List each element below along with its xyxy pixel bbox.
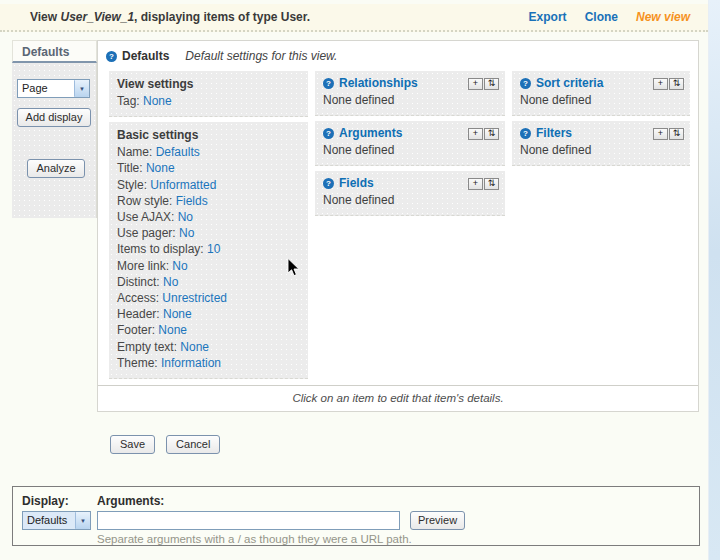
help-icon[interactable]: ? bbox=[520, 128, 531, 139]
bucket-head: ? Arguments + ⇅ bbox=[323, 126, 499, 141]
setting-label: Access: bbox=[117, 291, 162, 305]
relationships-title-link[interactable]: Relationships bbox=[339, 76, 418, 91]
rearrange-icon[interactable]: ⇅ bbox=[484, 128, 499, 140]
setting-row: Footer: None bbox=[117, 322, 302, 338]
help-icon[interactable]: ? bbox=[323, 78, 334, 89]
setting-row: Row style: Fields bbox=[117, 193, 302, 209]
arguments-label: Arguments: bbox=[97, 493, 689, 509]
setting-value-link[interactable]: Defaults bbox=[156, 145, 200, 159]
arguments-input[interactable] bbox=[97, 511, 400, 530]
setting-value-link[interactable]: None bbox=[158, 323, 187, 337]
view-settings-box[interactable]: View settings Tag: None bbox=[109, 71, 308, 117]
setting-value-link[interactable]: Information bbox=[161, 356, 221, 370]
setting-value-link[interactable]: None bbox=[163, 307, 192, 321]
setting-label: Items to display: bbox=[117, 242, 207, 256]
setting-label: Footer: bbox=[117, 323, 158, 337]
top-bar: View User_View_1, displaying items of ty… bbox=[0, 4, 708, 32]
page-title-prefix: View bbox=[30, 10, 60, 24]
rearrange-icon[interactable]: ⇅ bbox=[484, 178, 499, 190]
setting-row: Distinct: No bbox=[117, 274, 302, 290]
views-edit-container: Defaults Page ▼ Add display Analyze ? De… bbox=[12, 40, 698, 412]
empty-text: None defined bbox=[520, 92, 684, 108]
chevron-down-icon: ▼ bbox=[74, 80, 89, 97]
clone-link[interactable]: Clone bbox=[585, 10, 618, 24]
add-icon[interactable]: + bbox=[468, 178, 483, 190]
setting-row: Empty text: None bbox=[117, 339, 302, 355]
rearrange-icon[interactable]: ⇅ bbox=[669, 78, 684, 90]
rearrange-icon[interactable]: ⇅ bbox=[484, 78, 499, 90]
column-3: ? Sort criteria + ⇅ None defined ? Filte… bbox=[512, 71, 690, 384]
setting-row: Use AJAX: No bbox=[117, 209, 302, 225]
setting-value-link[interactable]: No bbox=[179, 226, 194, 240]
bucket-ops: + ⇅ bbox=[653, 78, 684, 90]
display-type-select-value: Page bbox=[18, 80, 74, 97]
basic-settings-title: Basic settings bbox=[117, 127, 302, 144]
cancel-button[interactable]: Cancel bbox=[166, 435, 220, 454]
setting-label: Name: bbox=[117, 145, 156, 159]
tab-defaults[interactable]: Defaults bbox=[12, 40, 97, 63]
setting-label: Use AJAX: bbox=[117, 210, 178, 224]
help-icon[interactable]: ? bbox=[106, 51, 117, 62]
help-icon[interactable]: ? bbox=[323, 128, 334, 139]
add-icon[interactable]: + bbox=[653, 128, 668, 140]
page-title: View User_View_1, displaying items of ty… bbox=[30, 10, 310, 24]
rearrange-icon[interactable]: ⇅ bbox=[669, 128, 684, 140]
bucket-head: ? Sort criteria + ⇅ bbox=[520, 76, 684, 91]
basic-settings-box[interactable]: Basic settings Name: Defaults Title: Non… bbox=[109, 122, 308, 379]
column-2: ? Relationships + ⇅ None defined ? Argum… bbox=[315, 71, 505, 384]
help-icon[interactable]: ? bbox=[520, 78, 531, 89]
setting-label: Header: bbox=[117, 307, 163, 321]
setting-value-link[interactable]: None bbox=[180, 340, 209, 354]
setting-value-link[interactable]: 10 bbox=[207, 242, 220, 256]
export-link[interactable]: Export bbox=[529, 10, 567, 24]
arguments-help-text: Separate arguments with a / as though th… bbox=[97, 533, 689, 545]
setting-label: Theme: bbox=[117, 356, 161, 370]
page-title-suffix: , displaying items of type User. bbox=[134, 10, 310, 24]
preview-arguments-column: Arguments: Preview Separate arguments wi… bbox=[97, 493, 689, 545]
setting-row: Style: Unformatted bbox=[117, 177, 302, 193]
new-view-link[interactable]: New view bbox=[636, 10, 690, 24]
setting-label: More link: bbox=[117, 259, 172, 273]
setting-value-link[interactable]: No bbox=[172, 259, 187, 273]
fields-title-link[interactable]: Fields bbox=[339, 176, 374, 191]
setting-label: Empty text: bbox=[117, 340, 180, 354]
preview-button[interactable]: Preview bbox=[410, 511, 465, 530]
analyze-button[interactable]: Analyze bbox=[27, 159, 85, 178]
sidebar-body: Page ▼ Add display Analyze bbox=[12, 63, 97, 218]
preview-display-select[interactable]: Defaults ▼ bbox=[22, 511, 91, 530]
setting-value-link[interactable]: Unformatted bbox=[150, 178, 216, 192]
empty-text: None defined bbox=[520, 142, 684, 158]
filters-title-link[interactable]: Filters bbox=[536, 126, 572, 141]
setting-label: Use pager: bbox=[117, 226, 179, 240]
panel-title: Defaults bbox=[122, 49, 169, 63]
setting-row: Theme: Information bbox=[117, 355, 302, 371]
setting-value-link[interactable]: None bbox=[143, 94, 172, 108]
bucket-ops: + ⇅ bbox=[468, 78, 499, 90]
display-type-select[interactable]: Page ▼ bbox=[17, 79, 90, 98]
add-icon[interactable]: + bbox=[468, 128, 483, 140]
save-button[interactable]: Save bbox=[110, 435, 155, 454]
preview-display-select-value: Defaults bbox=[23, 512, 75, 529]
add-icon[interactable]: + bbox=[468, 78, 483, 90]
add-display-button[interactable]: Add display bbox=[17, 108, 91, 127]
display-sidebar: Defaults Page ▼ Add display Analyze bbox=[12, 40, 97, 218]
arguments-box: ? Arguments + ⇅ None defined bbox=[315, 121, 505, 166]
bucket-head: ? Filters + ⇅ bbox=[520, 126, 684, 141]
add-icon[interactable]: + bbox=[653, 78, 668, 90]
setting-value-link[interactable]: Unrestricted bbox=[162, 291, 227, 305]
view-name: User_View_1 bbox=[60, 10, 134, 24]
form-actions: Save Cancel bbox=[110, 435, 220, 454]
sort-criteria-title-link[interactable]: Sort criteria bbox=[536, 76, 603, 91]
bucket-ops: + ⇅ bbox=[468, 178, 499, 190]
display-settings-panel: ? Defaults Default settings for this vie… bbox=[97, 40, 699, 412]
bucket-ops: + ⇅ bbox=[468, 128, 499, 140]
preview-panel: Display: Defaults ▼ Arguments: Preview S… bbox=[12, 486, 700, 546]
setting-value-link[interactable]: None bbox=[146, 161, 175, 175]
setting-label: Row style: bbox=[117, 194, 176, 208]
setting-value-link[interactable]: No bbox=[163, 275, 178, 289]
setting-value-link[interactable]: Fields bbox=[176, 194, 208, 208]
setting-value-link[interactable]: No bbox=[178, 210, 193, 224]
arguments-title-link[interactable]: Arguments bbox=[339, 126, 402, 141]
column-1: View settings Tag: None Basic settings N… bbox=[109, 71, 308, 384]
help-icon[interactable]: ? bbox=[323, 178, 334, 189]
